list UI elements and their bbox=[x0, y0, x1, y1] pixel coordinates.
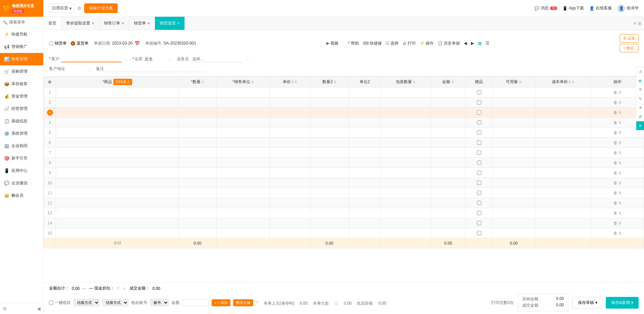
return-radio[interactable]: 退货单 bbox=[71, 41, 89, 46]
sidebar-item-marketing[interactable]: 📢 营销推广 bbox=[0, 41, 43, 53]
warehouse-more-icon[interactable]: ... bbox=[168, 57, 171, 61]
sidebar-item-sales[interactable]: 📊 销售管理 bbox=[0, 53, 43, 65]
qty2-cell-2[interactable] bbox=[310, 98, 349, 108]
avail-cell-2[interactable] bbox=[492, 98, 535, 108]
delete-row-9-icon[interactable]: 🗑 bbox=[613, 171, 618, 175]
unit-cell-2[interactable] bbox=[216, 98, 270, 108]
copy-row-1-icon[interactable]: ⎘ bbox=[619, 90, 621, 95]
qty2-cell-1[interactable] bbox=[310, 87, 349, 98]
unit2-cell-2[interactable] bbox=[349, 98, 380, 108]
sale-radio[interactable]: 销货单 bbox=[49, 41, 67, 46]
unit2-cell-new[interactable] bbox=[349, 108, 380, 118]
close-all-tabs-icon[interactable]: ✕ bbox=[633, 21, 637, 26]
delete-row-13-icon[interactable]: 🗑 bbox=[613, 211, 618, 215]
split-btn[interactable]: 费用分摊 bbox=[233, 299, 253, 306]
toolbar-print[interactable]: 🖨 打印 bbox=[402, 41, 416, 46]
calc-method-select[interactable]: 结算方式 bbox=[102, 299, 128, 306]
save-new-btn[interactable]: 保存&新增 ▾ bbox=[606, 297, 639, 309]
customer-more-icon[interactable]: ... bbox=[124, 57, 127, 61]
delete-row-7-icon[interactable]: 🗑 bbox=[613, 150, 618, 155]
tab-close-sale-price[interactable]: ✕ bbox=[92, 21, 94, 25]
right-icon-table[interactable]: ▦ bbox=[636, 76, 644, 85]
app-download-btn[interactable]: 📱 App下载 bbox=[562, 5, 584, 11]
col-settings[interactable]: ⚙ bbox=[44, 77, 56, 87]
copy-row-8-icon[interactable]: ⎘ bbox=[619, 161, 621, 165]
trial-btn[interactable]: 体验行业方案 bbox=[84, 3, 118, 13]
tab-close-sale-order[interactable]: ✕ bbox=[121, 21, 124, 25]
delete-row-11-icon[interactable]: 🗑 bbox=[613, 191, 618, 195]
calendar-icon[interactable]: 📅 bbox=[135, 41, 140, 46]
online-service-btn[interactable]: 👤 在线客服 bbox=[589, 5, 612, 11]
amount-cell-2[interactable] bbox=[431, 98, 466, 108]
right-icon-attach[interactable]: 📎 bbox=[636, 94, 644, 103]
add-payment-btn[interactable]: + + 添加 bbox=[212, 299, 230, 306]
salesperson-more-icon[interactable]: ... bbox=[246, 57, 249, 61]
delete-row-4-icon[interactable]: 🗑 bbox=[613, 120, 618, 125]
row-add-btn[interactable]: + bbox=[44, 108, 56, 118]
logistics-btn[interactable]: + 物流 bbox=[620, 44, 639, 52]
price-cell-2[interactable] bbox=[270, 98, 310, 108]
qty2-cell-new[interactable] bbox=[310, 108, 349, 118]
delete-row-8-icon[interactable]: 🗑 bbox=[613, 161, 618, 165]
collapse-icon[interactable]: ◀ bbox=[37, 306, 41, 311]
expand-tabs-icon[interactable]: ⊞ bbox=[638, 21, 641, 26]
product-cell-2[interactable] bbox=[56, 98, 179, 108]
right-icon-star[interactable]: ★ bbox=[636, 103, 644, 112]
sidebar-item-purchase[interactable]: 🛒 采购管理 bbox=[0, 65, 43, 78]
sidebar-item-wechat[interactable]: 💬 企业微信 bbox=[0, 177, 43, 189]
toolbar-list-view[interactable]: ☰ bbox=[486, 41, 489, 46]
split-help-icon[interactable]: ? bbox=[256, 300, 258, 305]
avail-cell-1[interactable] bbox=[492, 87, 535, 98]
sidebar-item-operation[interactable]: 📈 经营管理 bbox=[0, 103, 43, 115]
avail-cell-new[interactable] bbox=[492, 108, 535, 118]
product-cell-new[interactable] bbox=[56, 108, 179, 118]
tab-home[interactable]: 首页 bbox=[44, 17, 61, 30]
industry-select[interactable]: 日用百货 ▾ bbox=[49, 4, 74, 13]
product-cell-1[interactable] bbox=[56, 87, 179, 98]
right-icon-list[interactable]: ☰ bbox=[636, 85, 644, 94]
copy-row-4-icon[interactable]: ⎘ bbox=[619, 120, 621, 125]
unit2-cell-1[interactable] bbox=[349, 87, 380, 98]
tab-close-sale-delivery[interactable]: ✕ bbox=[147, 21, 150, 25]
toolbar-grid-view[interactable]: ▦ bbox=[478, 41, 482, 46]
toolbar-operate[interactable]: ⚡ 操作 bbox=[420, 41, 434, 46]
copy-row-14-icon[interactable]: ⎘ bbox=[619, 221, 621, 226]
tab-close-sale-return[interactable]: ✕ bbox=[177, 21, 180, 25]
user-menu[interactable]: 👤 徐泽华 bbox=[617, 4, 639, 12]
copy-row-7-icon[interactable]: ⎘ bbox=[619, 150, 621, 155]
qty-cell-new[interactable] bbox=[179, 108, 216, 118]
settle-method-select[interactable]: 结算方式 bbox=[73, 299, 100, 306]
delete-row-12-icon[interactable]: 🗑 bbox=[613, 201, 618, 205]
sidebar-item-enterprise[interactable]: 🏢 企业协同 bbox=[0, 140, 43, 152]
sidebar-item-system[interactable]: ⚙️ 系统管理 bbox=[0, 127, 43, 140]
amount-cell-1[interactable] bbox=[431, 87, 466, 98]
delete-new-icon[interactable]: 🗑 bbox=[613, 110, 618, 115]
sidebar-item-appstore[interactable]: 📱 应用中心 bbox=[0, 165, 43, 177]
sidebar-item-guide[interactable]: 🎯 新手引导 bbox=[0, 152, 43, 165]
gift-cell-2[interactable] bbox=[466, 98, 493, 108]
right-icon-monitor[interactable]: 🖥 bbox=[636, 121, 644, 130]
right-icon-link[interactable]: 🔗 bbox=[636, 112, 644, 121]
pkg-cell-1[interactable] bbox=[380, 87, 431, 98]
sidebar-item-member[interactable]: 👑 畅会员 bbox=[0, 189, 43, 202]
toolbar-video[interactable]: ▶ 视频 bbox=[326, 41, 338, 46]
delete-row-1-icon[interactable]: 🗑 bbox=[613, 90, 618, 95]
customer-input[interactable] bbox=[61, 56, 122, 62]
delete-row-15-icon[interactable]: 🗑 bbox=[613, 231, 618, 236]
tab-sale-order[interactable]: 销售订单 ✕ bbox=[99, 17, 129, 30]
delete-row-5-icon[interactable]: 🗑 bbox=[613, 130, 618, 135]
cost-cell-2[interactable] bbox=[535, 98, 591, 108]
payment-amount-input[interactable] bbox=[182, 299, 209, 306]
toolbar-help[interactable]: ? 帮助 bbox=[347, 41, 359, 46]
pkg-cell-new[interactable] bbox=[380, 108, 431, 118]
cost-cell-new[interactable] bbox=[535, 108, 591, 118]
toolbar-shortcut[interactable]: ⌨ 快捷键 bbox=[363, 41, 382, 46]
copy-row-15-icon[interactable]: ⎘ bbox=[619, 231, 621, 236]
copy-row-6-icon[interactable]: ⎘ bbox=[619, 140, 621, 145]
sidebar-item-inventory[interactable]: 📦 库存核算 bbox=[0, 78, 43, 90]
col-settings-icon[interactable]: ⚙ bbox=[48, 80, 52, 84]
copy-row-5-icon[interactable]: ⎘ bbox=[619, 130, 621, 135]
copy-row-2-icon[interactable]: ⎘ bbox=[619, 100, 621, 105]
pkg-cell-2[interactable] bbox=[380, 98, 431, 108]
save-draft-btn[interactable]: 保存草稿 ▾ bbox=[572, 297, 603, 309]
